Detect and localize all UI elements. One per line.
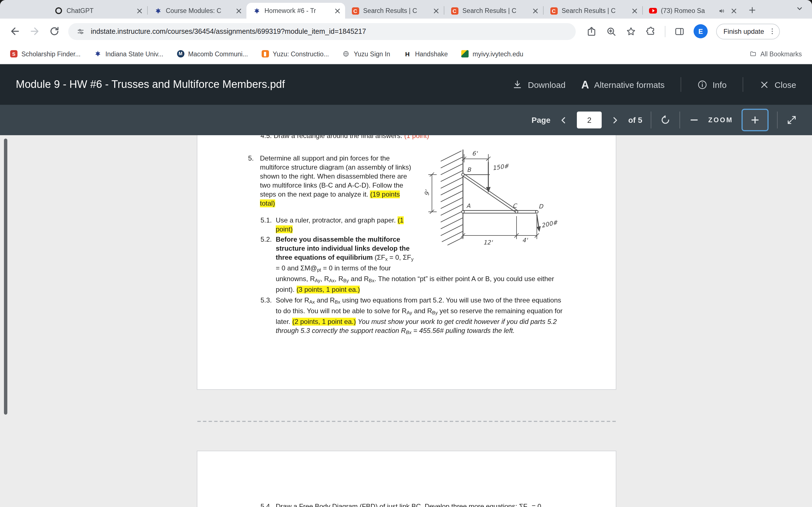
point-d-label: D — [539, 203, 544, 210]
speaker-icon[interactable] — [718, 7, 726, 14]
bookmark-indiana-state[interactable]: Indiana State Univ... — [94, 50, 163, 57]
item-4-5-line: 4.5. Draw a rectangle around the final a… — [260, 135, 566, 140]
page-number-input[interactable] — [577, 112, 602, 128]
finish-update-label: Finish update — [723, 27, 764, 35]
share-icon[interactable] — [586, 25, 597, 37]
fullscreen-icon[interactable] — [786, 114, 797, 126]
scholarship-finder-icon: S — [10, 50, 17, 57]
rotate-icon[interactable] — [660, 114, 671, 126]
alternative-formats-button[interactable]: A Alternative formats — [581, 79, 665, 90]
tab-close-icon[interactable] — [235, 6, 243, 15]
item-5-4-text: Draw a Free Body Diagram (FBD) of just l… — [276, 503, 547, 507]
forward-icon[interactable] — [29, 25, 41, 37]
scrollbar[interactable] — [4, 138, 7, 414]
address-actions: E Finish update — [586, 23, 780, 39]
download-icon — [512, 79, 523, 90]
page-total: of 5 — [628, 115, 642, 124]
all-bookmarks-button[interactable]: All Bookmarks — [749, 50, 802, 57]
address-bar: indstate.instructure.com/courses/36454/a… — [0, 18, 812, 44]
truss-diagram: 6' 150# B 9' A C D 12' 4' 200# — [421, 142, 566, 262]
page-label: Page — [531, 115, 550, 124]
url-bar[interactable]: indstate.instructure.com/courses/36454/a… — [68, 23, 576, 40]
macomb-icon: M — [177, 50, 184, 57]
toolbar-divider — [679, 112, 680, 128]
tab-homework-active[interactable]: Homework #6 - Tr — [246, 3, 345, 18]
globe-icon — [343, 50, 350, 57]
toolbar-divider — [651, 112, 651, 128]
load-150-label: 150# — [492, 163, 509, 172]
tab-course-modules[interactable]: Course Modules: C — [148, 3, 246, 18]
tab-close-icon[interactable] — [730, 6, 738, 15]
item-5-number: 5. — [248, 154, 260, 163]
browser-window: ChatGPT Course Modules: C Homework #6 - … — [0, 0, 812, 507]
zoom-label: ZOOM — [708, 116, 733, 124]
item-5-text: Determine all support and pin forces for… — [260, 154, 411, 207]
download-button[interactable]: Download — [512, 79, 565, 90]
point-a-label: A — [466, 203, 470, 209]
next-page-icon[interactable] — [610, 115, 620, 125]
tab-label: Search Results | C — [363, 7, 428, 14]
tab-label: Search Results | C — [562, 7, 626, 14]
profile-avatar[interactable]: E — [694, 24, 708, 38]
folder-icon — [749, 50, 756, 57]
tab-close-icon[interactable] — [135, 6, 144, 15]
back-icon[interactable] — [9, 25, 21, 37]
pdf-page-2: 4.5. Draw a rectangle around the final a… — [197, 135, 616, 390]
dim-12ft-label: 12' — [483, 239, 493, 246]
tabs: ChatGPT Course Modules: C Homework #6 - … — [49, 0, 760, 18]
close-button[interactable]: Close — [759, 79, 796, 90]
handshake-icon: H — [404, 50, 411, 57]
dim-9ft-label: 9' — [423, 189, 431, 196]
bookmark-star-icon[interactable] — [625, 25, 637, 37]
bookmark-handshake[interactable]: H Handshake — [404, 50, 448, 57]
isu-leaf-icon — [253, 7, 260, 15]
pdf-toolbar: Page of 5 ZOOM — [0, 105, 812, 135]
load-200-label: 200# — [541, 219, 559, 229]
side-panel-icon[interactable] — [674, 25, 685, 37]
tab-search-results-1[interactable]: C Search Results | C — [345, 3, 444, 18]
bookmark-yuzu-signin[interactable]: Yuzu Sign In — [343, 50, 390, 57]
tab-close-icon[interactable] — [630, 6, 639, 15]
finish-update-button[interactable]: Finish update — [716, 23, 780, 39]
tab-close-icon[interactable] — [333, 6, 342, 15]
tab-close-icon[interactable] — [531, 6, 540, 15]
item-5-4-number: 5.4. — [260, 502, 276, 507]
item-5-3-number: 5.3. — [260, 296, 276, 305]
alternative-formats-icon: A — [581, 79, 589, 90]
tab-youtube[interactable]: (73) Romeo Sa — [643, 3, 742, 18]
info-icon — [697, 79, 707, 90]
tab-search-button[interactable] — [795, 4, 804, 15]
reload-icon[interactable] — [49, 25, 60, 37]
info-button[interactable]: Info — [697, 79, 726, 90]
bookmark-myivy[interactable]: myivy.ivytech.edu — [461, 50, 523, 57]
previous-page-icon[interactable] — [559, 115, 568, 125]
canvas-icon: C — [550, 7, 557, 14]
new-tab-button[interactable] — [745, 3, 760, 17]
site-settings-icon[interactable] — [76, 27, 85, 36]
tab-search-results-2[interactable]: C Search Results | C — [444, 3, 543, 18]
dim-4ft-label: 4' — [522, 237, 528, 244]
toolbar-divider — [665, 25, 665, 37]
item-5-3: 5.3.Solve for RAx and RBx using two equa… — [260, 296, 566, 337]
zoom-out-icon[interactable] — [689, 114, 700, 126]
item-5-3-text: Solve for RAx and RBx using two equation… — [276, 296, 562, 335]
extensions-icon[interactable] — [645, 25, 656, 37]
kebab-menu-icon[interactable] — [768, 27, 776, 36]
pdf-title-actions: Download A Alternative formats Info Clos… — [512, 77, 796, 92]
tab-search-results-3[interactable]: C Search Results | C — [544, 3, 642, 18]
zoom-icon[interactable] — [606, 25, 617, 37]
bookmark-macomb[interactable]: M Macomb Communi... — [177, 50, 248, 57]
bookmark-yuzu-construction[interactable]: Yuzu: Constructio... — [261, 50, 329, 57]
bookmark-scholarship-finder[interactable]: S Scholarship Finder... — [10, 50, 81, 57]
tab-chatgpt[interactable]: ChatGPT — [49, 3, 147, 18]
tab-label: ChatGPT — [66, 7, 132, 14]
point-b-label: B — [467, 166, 471, 173]
url-text: indstate.instructure.com/courses/36454/a… — [91, 27, 366, 35]
pdf-content-area: 4.5. Draw a rectangle around the final a… — [0, 135, 812, 507]
pdf-title-bar: Module 9 - HW #6 - Trusses and Multiforc… — [0, 64, 812, 105]
zoom-in-button[interactable] — [742, 109, 769, 131]
page-separator — [197, 421, 616, 422]
isu-leaf-icon — [154, 7, 162, 15]
tab-close-icon[interactable] — [432, 6, 441, 15]
item-5-2-number: 5.2. — [260, 235, 276, 244]
